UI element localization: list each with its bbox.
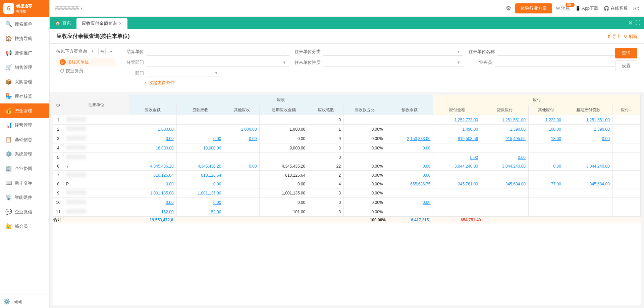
table-cell[interactable]: 1,252,773.00 xyxy=(433,115,481,125)
table-cell[interactable]: 345,761.00 xyxy=(433,180,481,188)
table-cell[interactable]: 0.00 xyxy=(129,180,176,188)
table-cell[interactable]: 1,390.00 xyxy=(481,125,529,134)
table-cell[interactable]: 0.00 xyxy=(564,134,612,143)
tab-ar-ap[interactable]: 应收应付余额查询 ✕ xyxy=(76,18,127,29)
table-cell[interactable]: 1,222.00 xyxy=(529,115,564,125)
settings-bottom-icon[interactable]: ⚙️ xyxy=(3,298,10,305)
table-container[interactable]: ⚙ 往来单位 应收 应付 应收金额 贷款应收 其他应收 超期应收金额 应收笔数 xyxy=(53,95,641,305)
collapse-icon[interactable]: ◀◀ xyxy=(13,298,21,305)
table-cell[interactable]: 18,000.00 xyxy=(176,143,224,153)
table-cell xyxy=(260,153,308,162)
sidebar-item-basic[interactable]: 📋 基础信息 xyxy=(0,132,49,147)
sidebar-item-search[interactable]: 🔍 搜索菜单 xyxy=(0,17,49,31)
export-button[interactable]: ⬆ 导出 xyxy=(607,34,621,40)
table-cell[interactable]: 3,044,240.00 xyxy=(433,162,481,171)
promo-button[interactable]: 体验行业方案 xyxy=(515,3,552,13)
table-cell[interactable]: 152.00 xyxy=(129,207,176,217)
table-cell[interactable]: 4,345,436.20 xyxy=(176,162,224,171)
sidebar-item-corp[interactable]: 🏢 企业协同 xyxy=(0,161,49,176)
table-cell[interactable]: 1,000.00 xyxy=(224,125,260,134)
table-cell[interactable]: 152.00 xyxy=(176,207,224,217)
setting-button[interactable]: 设置 xyxy=(615,60,637,71)
sidebar-item-quick-nav[interactable]: 🏠 快捷导航 xyxy=(0,31,49,46)
footer-ar-amount[interactable]: 19,553,472,6... xyxy=(129,217,176,223)
topbar-gear-icon[interactable]: ⚙ xyxy=(506,5,511,12)
tab-home[interactable]: 🏠 首页 xyxy=(50,17,76,29)
table-cell[interactable]: 1,390.00 xyxy=(564,125,612,134)
app-download-button[interactable]: 📱 App下载 xyxy=(575,5,598,11)
table-cell[interactable]: 1,001,135.00 xyxy=(176,188,224,198)
table-cell[interactable]: 0.00 xyxy=(176,198,224,207)
collapse-filter-button[interactable]: ∧ 收起更多条件 xyxy=(120,80,637,86)
table-cell[interactable]: 0.00 xyxy=(224,162,260,171)
table-cell[interactable]: 18,000.00 xyxy=(129,143,176,153)
table-cell[interactable]: 1,001,135.00 xyxy=(129,188,176,198)
table-cell[interactable]: 915,508.56 xyxy=(433,134,481,143)
sidebar-item-inventory[interactable]: 🏪 库存核算 xyxy=(0,89,49,103)
department-input[interactable]: ▼ xyxy=(147,69,221,77)
collapse-filter-icon[interactable]: « xyxy=(108,48,115,55)
table-cell[interactable]: 13.00 xyxy=(529,134,564,143)
user-profile[interactable]: Rit xyxy=(633,6,639,11)
table-settings-icon[interactable]: ⚙ xyxy=(56,102,60,108)
table-cell[interactable]: 0.00 xyxy=(129,198,176,207)
table-cell[interactable]: 810,126.64 xyxy=(129,171,176,180)
partner-nature-input[interactable]: ▼ xyxy=(323,59,463,67)
online-service-button[interactable]: 🎧 在线客服 xyxy=(604,5,628,11)
table-cell[interactable]: 0.00 xyxy=(176,180,224,188)
table-cell[interactable]: 1,490.00 xyxy=(433,125,481,134)
table-cell[interactable]: 0.00 xyxy=(433,153,481,162)
table-cell[interactable]: 655,636.75 xyxy=(386,180,433,188)
sidebar-item-purchase[interactable]: 📦 采购管理 xyxy=(0,75,49,89)
refresh-button[interactable]: ↻ 刷新 xyxy=(624,34,637,40)
table-cell[interactable]: 0.00 xyxy=(386,171,433,180)
settlement-unit-input[interactable]: ··· xyxy=(147,48,289,56)
th-settings[interactable]: ⚙ xyxy=(53,95,63,115)
table-cell[interactable]: 0.00 xyxy=(129,134,176,143)
filter-nav-by-partner[interactable]: 按 按往来单位 xyxy=(56,58,115,67)
table-cell[interactable]: 345,684.00 xyxy=(481,180,529,188)
field-partner-category: 往来单位分类 ▼ xyxy=(294,48,463,56)
settings-filter-icon[interactable]: ◎ xyxy=(98,48,106,55)
table-cell[interactable]: 1,000.00 xyxy=(129,125,176,134)
messages-button[interactable]: ✉ 消息 99+ xyxy=(556,5,570,11)
sidebar-item-sales[interactable]: 🛒 销售管理 xyxy=(0,60,49,75)
sidebar-item-operations[interactable]: 📊 经营管理 xyxy=(0,118,49,132)
sidebar-item-marketing[interactable]: 📢 营销推广 xyxy=(0,46,49,60)
division-input[interactable]: ▼ xyxy=(147,59,289,67)
table-cell[interactable]: 3,044,240.00 xyxy=(564,162,612,171)
sidebar-item-guide[interactable]: 📖 新手引导 xyxy=(0,176,49,190)
table-cell[interactable]: 1,251,551.00 xyxy=(564,115,612,125)
footer-ar-advance[interactable]: 6,417,215.... xyxy=(386,217,433,223)
partner-category-input[interactable]: ▼ xyxy=(323,48,463,56)
sidebar-item-member[interactable]: 👑 畅会员 xyxy=(0,219,49,233)
table-cell[interactable]: 77.00 xyxy=(529,180,564,188)
table-cell[interactable]: 810,126.64 xyxy=(176,171,224,180)
table-cell[interactable]: 0.00 xyxy=(224,134,260,143)
table-cell[interactable]: 0.00 xyxy=(386,198,433,207)
table-cell xyxy=(386,125,433,134)
table-cell[interactable]: 0.00 xyxy=(386,143,433,153)
dropdown-icon: ▼ xyxy=(457,49,461,54)
table-cell[interactable]: 2,153,333.00 xyxy=(386,134,433,143)
add-filter-icon[interactable]: + xyxy=(89,48,96,55)
table-cell[interactable]: 4,345,436.20 xyxy=(129,162,176,171)
table-cell[interactable]: 915,495.56 xyxy=(481,134,529,143)
filter-nav-by-salesman[interactable]: ⏱ 按业务员 xyxy=(56,67,115,75)
sidebar-item-hardware[interactable]: 📡 智能硬件 xyxy=(0,190,49,205)
sidebar-item-wechat[interactable]: 💬 企业微信 xyxy=(0,205,49,219)
sidebar-item-finance[interactable]: 💰 资金管理 xyxy=(0,103,49,118)
table-cell[interactable]: 345,684.00 xyxy=(564,180,612,188)
table-cell[interactable]: 0.00 xyxy=(481,153,529,162)
table-cell[interactable]: 1,251,551.00 xyxy=(481,115,529,125)
maximize-icon[interactable]: ⛶ xyxy=(635,20,641,26)
table-cell[interactable]: 0.00 xyxy=(529,162,564,171)
table-cell[interactable]: 0.00 xyxy=(386,162,433,171)
query-button[interactable]: 查询 xyxy=(615,48,637,58)
tab-close-icon[interactable]: ✕ xyxy=(119,21,122,26)
sidebar-item-system[interactable]: ⚙️ 系统管理 xyxy=(0,147,49,161)
table-cell[interactable]: 3,044,240.00 xyxy=(481,162,529,171)
close-window-icon[interactable]: ✕ xyxy=(628,20,633,26)
table-cell[interactable]: 0.00 xyxy=(176,134,224,143)
table-cell[interactable]: 100.00 xyxy=(529,125,564,134)
